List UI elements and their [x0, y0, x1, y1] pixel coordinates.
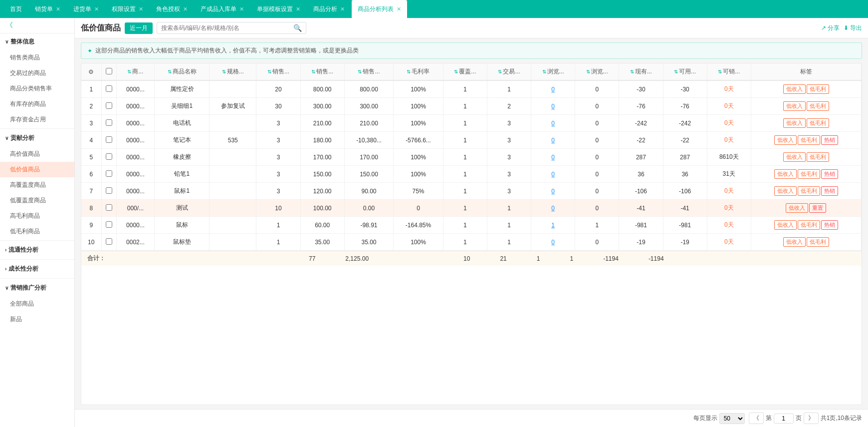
nav-close-analysis[interactable]: ✕: [340, 6, 345, 12]
page-size-select[interactable]: 50 100 200: [719, 413, 745, 424]
sidebar-item-new-goods[interactable]: 新品: [0, 312, 74, 327]
prev-page-btn[interactable]: 《: [749, 413, 764, 424]
nav-purchase-order[interactable]: 进货单 ✕: [67, 0, 105, 18]
row-checkbox[interactable]: [106, 238, 112, 245]
cell-available1: 36: [619, 166, 663, 183]
search-input[interactable]: [161, 24, 293, 31]
col-sales-profit[interactable]: ⇅销售...: [344, 63, 393, 80]
nav-home[interactable]: 首页: [4, 0, 28, 18]
nav-product-analysis-list[interactable]: 商品分析列表 ✕: [352, 0, 407, 18]
nav-roles[interactable]: 角色授权 ✕: [150, 0, 194, 18]
tag-badge: 低毛利: [798, 169, 820, 179]
col-sales-amount[interactable]: ⇅销售...: [300, 63, 344, 80]
cell-browse2: 0: [575, 183, 619, 200]
sidebar-item-low-value[interactable]: 低价值商品: [0, 162, 74, 177]
share-btn[interactable]: ↗ 分享: [821, 24, 840, 32]
sidebar-item-high-coverage[interactable]: 高覆盖度商品: [0, 177, 74, 193]
current-page-input[interactable]: [774, 414, 794, 424]
tag-badge: 热销: [821, 169, 838, 179]
col-coverage[interactable]: ⇅覆盖...: [443, 63, 487, 80]
cell-gross-margin: 100%: [394, 98, 443, 115]
tag-badge: 低收入: [774, 220, 797, 230]
select-all-checkbox[interactable]: [106, 68, 112, 74]
cell-gross-margin: 0: [394, 200, 443, 217]
row-checkbox[interactable]: [106, 136, 112, 143]
table-row: 7 0000... 鼠标1 3 120.00 90.00 75% 1 3 0 0…: [81, 183, 862, 200]
cell-gross-margin: 100%: [394, 166, 443, 183]
nav-close-purchase[interactable]: ✕: [94, 6, 99, 12]
nav-product-stock[interactable]: 产成品入库单 ✕: [195, 0, 250, 18]
nav-product-analysis[interactable]: 商品分析 ✕: [307, 0, 351, 18]
row-checkbox[interactable]: [106, 153, 112, 160]
table-header-row: ⚙ ⇅商... ⇅商品名称 ⇅规格... ⇅销售... ⇅销售... ⇅销售..…: [81, 63, 862, 80]
search-icon[interactable]: 🔍: [293, 24, 302, 32]
row-checkbox[interactable]: [106, 170, 112, 177]
col-spec[interactable]: ⇅规格...: [210, 63, 256, 80]
cell-code: 0000...: [116, 98, 155, 115]
nav-close-product-stock[interactable]: ✕: [239, 6, 244, 12]
col-browse1[interactable]: ⇅浏览...: [531, 63, 575, 80]
col-transactions[interactable]: ⇅交易...: [487, 63, 531, 80]
row-checkbox[interactable]: [106, 187, 112, 194]
sidebar-group-growth[interactable]: › 成长性分析: [0, 261, 74, 277]
filter-month-btn[interactable]: 近一月: [125, 22, 153, 34]
sidebar-item-low-coverage[interactable]: 低覆盖度商品: [0, 193, 74, 208]
cell-sales-qty: 1: [256, 217, 300, 234]
sidebar-group-marketing[interactable]: ∨ 营销推广分析: [0, 280, 74, 296]
tag-badge: 低收入: [783, 118, 806, 128]
tag-badge: 低毛利: [807, 84, 829, 94]
col-sellable[interactable]: ⇅可销...: [707, 63, 751, 80]
col-browse2[interactable]: ⇅浏览...: [575, 63, 619, 80]
col-settings[interactable]: ⚙: [81, 63, 101, 80]
cell-sellable-days: 8610天: [707, 149, 751, 166]
sidebar-item-stock-capital[interactable]: 库存资金占用: [0, 112, 74, 127]
nav-close-sales[interactable]: ✕: [56, 6, 60, 12]
sidebar-item-category-sales[interactable]: 商品分类销售率: [0, 81, 74, 96]
next-page-btn[interactable]: 》: [804, 413, 819, 424]
info-bar: ✦ 这部分商品的销售收入大幅低于商品平均销售收入，价值不高，可考虑调整营销策略，…: [81, 42, 862, 59]
col-code[interactable]: ⇅商...: [116, 63, 155, 80]
tag-badge: 低毛利: [807, 152, 829, 162]
nav-close-roles[interactable]: ✕: [183, 6, 188, 12]
sidebar-item-traded-goods[interactable]: 交易过的商品: [0, 65, 74, 81]
sidebar-group-liquidity[interactable]: › 流通性分析: [0, 242, 74, 258]
col-sales-qty[interactable]: ⇅销售...: [256, 63, 300, 80]
cell-tags: 低收入低毛利: [751, 98, 861, 115]
sidebar-item-sales-goods[interactable]: 销售类商品: [0, 50, 74, 65]
col-available2[interactable]: ⇅可用...: [663, 63, 707, 80]
table-row: 6 0000... 铅笔1 3 150.00 150.00 100% 1 3 0…: [81, 166, 862, 183]
sidebar-collapse-btn[interactable]: 《: [4, 21, 15, 30]
row-checkbox[interactable]: [106, 102, 112, 109]
sidebar-item-all-goods[interactable]: 全部商品: [0, 296, 74, 312]
sidebar-item-low-margin[interactable]: 低毛利商品: [0, 224, 74, 239]
sidebar-group-contribution[interactable]: ∨ 贡献分析: [0, 130, 74, 146]
col-gross-margin[interactable]: ⇅毛利率: [394, 63, 443, 80]
nav-permissions[interactable]: 权限设置 ✕: [106, 0, 149, 18]
row-checkbox[interactable]: [106, 221, 112, 228]
nav-template-settings[interactable]: 单据模板设置 ✕: [251, 0, 306, 18]
nav-close-permissions[interactable]: ✕: [139, 6, 143, 12]
cell-available1: 287: [619, 149, 663, 166]
cell-checkbox: [101, 234, 116, 251]
nav-close-analysis-list[interactable]: ✕: [397, 6, 401, 12]
sidebar-item-high-value[interactable]: 高价值商品: [0, 146, 74, 162]
cell-available1: -981: [619, 217, 663, 234]
row-checkbox[interactable]: [106, 119, 112, 126]
sidebar-item-stock-goods[interactable]: 有库存的商品: [0, 96, 74, 112]
tag-badge: 低收入: [774, 135, 797, 145]
sidebar-group-overall[interactable]: ∨ 整体信息: [0, 33, 74, 50]
col-available1[interactable]: ⇅现有...: [619, 63, 663, 80]
row-checkbox[interactable]: [106, 85, 112, 92]
cell-code: 0000...: [116, 132, 155, 149]
col-name[interactable]: ⇅商品名称: [155, 63, 210, 80]
nav-sales-order[interactable]: 销货单 ✕: [29, 0, 66, 18]
cell-available2: -22: [663, 132, 707, 149]
table-row: 5 0000... 橡皮擦 3 170.00 170.00 100% 1 3 0…: [81, 149, 862, 166]
nav-close-template[interactable]: ✕: [296, 6, 300, 12]
sidebar-item-high-margin[interactable]: 高毛利商品: [0, 208, 74, 224]
row-checkbox[interactable]: [106, 204, 112, 211]
tag-badge: 低毛利: [798, 135, 820, 145]
export-btn[interactable]: ⬇ 导出: [844, 24, 862, 32]
cell-sellable-days: 0天: [707, 115, 751, 132]
cell-sales-profit: 170.00: [344, 149, 393, 166]
